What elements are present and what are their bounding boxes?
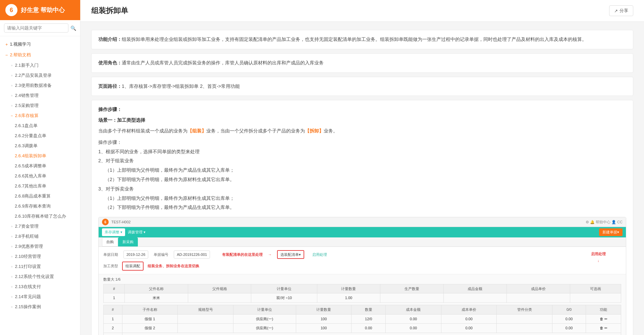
sidebar-item-sales[interactable]: + 2.4销售管理 [3, 91, 80, 101]
mock-lower-table: # 子件名称 规格型号 计量单位 计量数量 数量 成本金额 成本单价 管件分类 … [103, 305, 621, 335]
sidebar-item-mobile[interactable]: + 2.8手机旺铺 [3, 231, 80, 241]
sidebar-item-coupon[interactable]: + 2.9优惠券管理 [3, 241, 80, 252]
sidebar-item-faq[interactable]: + 2.14常见问题 [3, 292, 80, 302]
sidebar-item-finance[interactable]: + 2.7资金管理 [3, 221, 80, 231]
expand-icon: + [11, 275, 13, 279]
mock-order-value: AD-20191226-001 [174, 250, 210, 259]
sidebar-item-label: 2.4销售管理 [15, 93, 38, 99]
sidebar-leaf-2-6-6[interactable]: 2.6.6其他入库单 [3, 171, 80, 181]
mock-titlebar: 6 TEST-H002 ⚙ 🔔 帮助中心 👤 CC [99, 217, 626, 227]
expand-icon: + [11, 224, 13, 228]
step2-2: （2）下部明细为子件明细，最终作为原材料生成其它出库单。 [105, 176, 626, 184]
mock-upper-table-area: 数量大 1/6 # 父件名称 父件规格 计量单位 计量数量 生产数量 成品金额 [99, 274, 626, 303]
sidebar-leaf-2-6-4[interactable]: 2.6.4组装拆卸单 [3, 151, 80, 161]
sidebar-item-new-user[interactable]: + 2.1新手入门 [3, 60, 80, 70]
sidebar-item-install[interactable]: + 2.2产品安装及登录 [3, 70, 80, 80]
mock-form-area: 单据日期 2019-12-26 单据编号 AD-20191226-001 有装配… [99, 247, 626, 274]
role-text: 通常由生产人员或库管人员完成拆装业务的操作，库管人员确认原材料的出库和产成品的入… [122, 60, 324, 65]
sidebar-leaf-2-6-5[interactable]: 2.6.5成本调整单 [3, 161, 80, 171]
sidebar-item-help-docs[interactable]: − 2.帮助文档 [0, 50, 80, 60]
zuzhuang-text: 【组装】 [187, 128, 206, 133]
expand-icon: + [11, 94, 13, 98]
mock-tab-new-purchase[interactable]: 新采购 [118, 237, 138, 246]
sidebar-header: 6 好生意 帮助中心 [0, 0, 80, 20]
step3-2: （2）下部明细为子件明细，最终作为产成品生成其它入库单。 [105, 204, 626, 212]
col-qty-count: 计量数量 [317, 284, 380, 293]
annotation-4: 组装业务、拆卸业务在这里切换 [148, 263, 199, 269]
mock-order-label: 单据编号 [154, 252, 168, 258]
sidebar-item-cases[interactable]: + 2.15操作案例 [3, 302, 80, 312]
expand-icon: + [11, 255, 13, 259]
mock-select-bom-btn[interactable]: 选装配清单▾ [277, 250, 304, 259]
sidebar-item-print[interactable]: + 2.11打印设置 [3, 262, 80, 272]
expand-icon: + [11, 285, 13, 289]
mock-tab-self-purchase[interactable]: 自购 [102, 237, 118, 246]
share-button[interactable]: ↗ 分享 [609, 5, 633, 16]
expand-icon: + [5, 42, 8, 47]
mock-date-value: 2019-12-26 [123, 250, 148, 259]
sidebar-leaf-2-6-8[interactable]: 2.6.8商品成本重算 [3, 191, 80, 201]
mock-type-value[interactable]: 组装调配 [122, 262, 144, 271]
mock-form-row2: 加工类型 组装调配 组装业务、拆卸业务在这里切换 [103, 262, 621, 271]
col-optional: 可选画 [570, 284, 621, 293]
step1: 1、根据不同的业务，选择不同单据的类型来处理 [98, 148, 626, 156]
role-block: 使用角色：通常由生产人员或库管人员完成拆装业务的操作，库管人员确认原材料的出库和… [91, 53, 633, 73]
feature-intro-text: 组装拆卸单用来处理企业组装或拆卸等加工业务，支持有固定装配清单的产品加工业务，也… [122, 37, 587, 42]
mock-nav-btn1[interactable]: 库存调整 ▾ [102, 228, 125, 236]
logo-icon: 6 [5, 4, 17, 16]
scene1-desc: 当由多个子件材料组装成一个成品的业务为【组装】业务，当由一个父件拆分成多个子产品… [98, 127, 626, 135]
step2: 2、对于组装业务 [98, 157, 626, 165]
annotation-5-group: 启用处理 ↓ [591, 251, 606, 264]
sidebar-item-data-prep[interactable]: + 2.3使用前数据准备 [3, 80, 80, 91]
expand-icon: + [11, 295, 13, 299]
table-row: 3 [104, 333, 621, 335]
mock-tabs: 自购 新采购 [99, 237, 626, 247]
sidebar-leaf-2-6-10[interactable]: 2.6.10库存账本错了怎么办 [3, 211, 80, 221]
mock-nav-btn2[interactable]: 调拨管理 ▾ [128, 229, 146, 235]
nav-tree: + 1.视频学习 − 2.帮助文档 + 2.1新手入门 + 2.2产品安装及登录 [0, 36, 80, 335]
sidebar-item-label: 2.帮助文档 [10, 52, 31, 58]
app-title: 好生意 帮助中心 [21, 6, 65, 14]
search-box: 🔍 [0, 20, 80, 36]
sidebar-leaf-2-6-9[interactable]: 2.6.9库存账本查询 [3, 201, 80, 211]
col-num: # [104, 284, 125, 293]
mock-upper-table: # 父件名称 父件规格 计量单位 计量数量 生产数量 成品金额 成品单价 可选画 [103, 284, 621, 303]
nav-section-help-docs: − 2.帮助文档 + 2.1新手入门 + 2.2产品安装及登录 + 2.3使用前… [0, 50, 80, 312]
annotation-1: 有装配清单的在这里处理 [222, 252, 263, 258]
expand-icon: + [11, 63, 13, 67]
sidebar-item-online-pay[interactable]: + 2.13在线支付 [3, 282, 80, 292]
mock-type-label: 加工类型 [103, 263, 118, 269]
expand-icon: + [11, 104, 13, 108]
mock-new-order-btn[interactable]: 新建单据▾ [599, 228, 623, 236]
path-text: 1、库存核算->库存管理->组装拆卸单 2、首页->常用功能 [122, 83, 240, 89]
sidebar-leaf-2-6-2[interactable]: 2.6.2分量盘点单 [3, 131, 80, 141]
search-icon[interactable]: 🔍 [70, 25, 76, 31]
role-label: 使用角色： [98, 60, 122, 65]
mock-test-id: TEST-H002 [111, 219, 130, 225]
sidebar-item-label: 2.5采购管理 [15, 103, 38, 109]
mock-form-row1: 单据日期 2019-12-26 单据编号 AD-20191226-001 有装配… [103, 250, 621, 259]
sidebar-leaf-2-6-3[interactable]: 2.6.3调拨单 [3, 141, 80, 151]
mock-enable-btn1[interactable]: 启用处理 [312, 252, 327, 258]
sidebar-item-inventory[interactable]: − 2.6库存核算 [3, 111, 80, 121]
sidebar-item-label: 2.1新手入门 [15, 62, 38, 68]
path-label: 页面路径： [98, 83, 122, 89]
sidebar-item-personalize[interactable]: + 2.12系统个性化设置 [3, 272, 80, 282]
col-prod-price: 成品单价 [507, 284, 570, 293]
sidebar-item-video-learning[interactable]: + 1.视频学习 [0, 39, 80, 50]
sidebar-leaf-2-6-7[interactable]: 2.6.7其他出库单 [3, 181, 80, 191]
sidebar-item-ops-mgmt[interactable]: + 2.10经营管理 [3, 252, 80, 262]
scene1-heading: 场景一：加工类型选择 [98, 116, 626, 124]
arrow-icon-5: ↓ [597, 258, 599, 264]
sidebar-item-purchase[interactable]: + 2.5采购管理 [3, 101, 80, 111]
search-input[interactable] [4, 23, 68, 33]
main-panel: 组装拆卸单 ↗ 分享 功能介绍：组装拆卸单用来处理企业组装或拆卸等加工业务，支持… [80, 0, 644, 335]
sidebar-leaf-2-6-1[interactable]: 2.6.1盘点单 [3, 121, 80, 131]
sidebar-item-label: 2.2产品安装及登录 [15, 72, 51, 78]
collapse-icon: − [11, 114, 13, 118]
content-area: 功能介绍：组装拆卸单用来处理企业组装或拆卸等加工业务，支持有固定装配清单的产品加… [80, 22, 644, 335]
ops-heading: 操作步骤： [98, 106, 626, 114]
sidebar-item-label: 2.3使用前数据准备 [15, 82, 51, 89]
chaixie-text: 【拆卸】 [305, 128, 324, 133]
step3-1: （1）上部明细为父件明细，最终作为原材料生成其它出库单； [105, 194, 626, 203]
